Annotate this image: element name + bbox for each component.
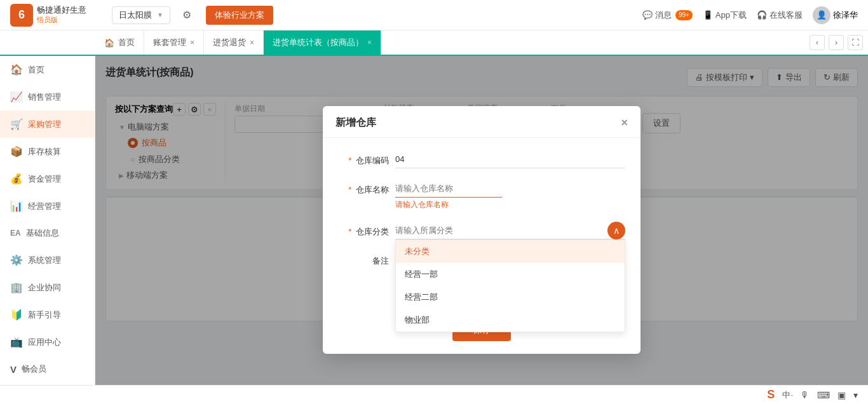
dropdown-item-ops2[interactable]: 经营二部 [396, 286, 625, 309]
sidebar-item-app-center[interactable]: 📺 应用中心 [0, 328, 95, 356]
top-header: 6 畅捷通好生意 悟员版 日太阳膜 ▼ ⚙ 体验行业方案 💬 消息 99+ 📱 … [0, 0, 868, 30]
tab-prev-button[interactable]: ‹ [810, 35, 825, 50]
tab-purchase-return[interactable]: 进货退货 × [204, 30, 264, 55]
tab-controls: ‹ › ⛶ [804, 30, 868, 55]
operations-icon: 📊 [10, 200, 23, 212]
add-warehouse-modal: 新增仓库 × * 仓库编码 [323, 106, 641, 354]
tab-close-purchase-stats[interactable]: × [367, 38, 372, 47]
sidebar-item-operations[interactable]: 📊 经营管理 [0, 192, 95, 220]
purchase-icon: 🛒 [10, 118, 23, 130]
sidebar-item-home[interactable]: 🏠 首页 [0, 56, 95, 83]
main-layout: 🏠 首页 📈 销售管理 🛒 采购管理 📦 库存核算 💰 资金管理 📊 经营管理 … [0, 56, 868, 404]
chevron-up-icon: ∧ [613, 226, 620, 236]
category-toggle-button[interactable]: ∧ [607, 222, 625, 239]
name-label: * 仓库名称 [338, 180, 389, 196]
form-row-category: * 仓库分类 ∧ 未分类 经营一部 经营二 [338, 222, 625, 239]
sidebar-item-sales[interactable]: 📈 销售管理 [0, 83, 95, 111]
online-service-button[interactable]: 🎧 在线客服 [757, 10, 803, 21]
category-select-wrapper: ∧ 未分类 经营一部 经营二部 物业部 [395, 222, 625, 239]
mobile-icon: 📱 [703, 10, 713, 20]
app-logo-icon: 6 [10, 4, 33, 27]
system-icon: ⚙️ [10, 254, 23, 266]
company-selector[interactable]: 日太阳膜 ▼ [112, 6, 170, 24]
code-label: * 仓库编码 [338, 151, 389, 166]
messages-button[interactable]: 💬 消息 99+ [642, 10, 693, 21]
user-menu[interactable]: 👤 徐泽华 [813, 6, 858, 24]
status-screen-icon[interactable]: ▣ [837, 390, 846, 400]
sidebar-item-purchase[interactable]: 🛒 采购管理 [0, 111, 95, 138]
name-input[interactable] [395, 180, 502, 198]
status-bar: S 中· 🎙 ⌨ ▣ ▾ [0, 385, 868, 404]
sidebar-item-inventory[interactable]: 📦 库存核算 [0, 138, 95, 165]
status-more-icon[interactable]: ▾ [853, 390, 858, 400]
tab-home[interactable]: 🏠 首页 [95, 30, 144, 55]
app-center-icon: 📺 [10, 336, 23, 348]
modal-close-button[interactable]: × [621, 116, 628, 130]
remark-label: 备注 [338, 251, 389, 267]
sales-icon: 📈 [10, 91, 23, 103]
tab-purchase-stats[interactable]: 进货单统计表（按商品） × [264, 30, 381, 55]
headset-icon: 🎧 [757, 10, 767, 20]
basic-info-icon: EA [10, 229, 21, 238]
form-row-name: * 仓库名称 请输入仓库名称 [338, 180, 625, 210]
app-download-button[interactable]: 📱 App下载 [703, 10, 747, 21]
user-avatar: 👤 [813, 6, 831, 24]
modal-header: 新增仓库 × [323, 106, 641, 138]
category-label: * 仓库分类 [338, 222, 389, 238]
modal-body: * 仓库编码 * 仓库名称 [323, 138, 641, 313]
content-area: 进货单统计(按商品) 🖨 按模板打印 ▾ ⬆ 导出 ↻ 刷新 [95, 56, 868, 404]
status-mic-icon[interactable]: 🎙 [801, 390, 810, 400]
guide-icon: 🔰 [10, 309, 23, 321]
selector-arrow-icon: ▼ [157, 11, 163, 18]
category-input[interactable] [395, 222, 625, 239]
tab-expand-button[interactable]: ⛶ [848, 35, 863, 50]
app-name: 畅捷通好生意 [37, 5, 86, 16]
form-row-code: * 仓库编码 [338, 151, 625, 168]
status-keyboard-icon[interactable]: ⌨ [817, 390, 830, 400]
settings-icon[interactable]: ⚙ [177, 5, 197, 25]
app-edition: 悟员版 [37, 15, 86, 25]
member-icon: V [10, 364, 17, 375]
tab-close-purchase-return[interactable]: × [250, 38, 254, 47]
finance-icon: 💰 [10, 173, 23, 185]
tab-bar: 🏠 首页 账套管理 × 进货退货 × 进货单统计表（按商品） × ‹ › ⛶ [0, 30, 868, 56]
tab-next-button[interactable]: › [829, 35, 844, 50]
sidebar-item-member[interactable]: V 畅会员 [0, 356, 95, 382]
header-right: 💬 消息 99+ 📱 App下载 🎧 在线客服 👤 徐泽华 [642, 6, 858, 24]
tab-close-accounts[interactable]: × [190, 38, 194, 47]
sidebar-item-finance[interactable]: 💰 资金管理 [0, 165, 95, 192]
tab-accounts[interactable]: 账套管理 × [144, 30, 204, 55]
inventory-icon: 📦 [10, 145, 23, 158]
status-logo: S [767, 388, 775, 401]
sidebar-item-enterprise[interactable]: 🏢 企业协同 [0, 274, 95, 301]
message-icon: 💬 [642, 10, 653, 20]
try-industry-button[interactable]: 体验行业方案 [206, 6, 273, 25]
modal-title: 新增仓库 [336, 116, 376, 130]
home-icon: 🏠 [104, 38, 114, 48]
code-input[interactable] [395, 151, 625, 168]
status-lang: 中· [782, 389, 793, 401]
dropdown-item-property[interactable]: 物业部 [396, 309, 625, 332]
messages-badge: 99+ [675, 10, 693, 20]
sidebar-item-system[interactable]: ⚙️ 系统管理 [0, 246, 95, 274]
sidebar-item-guide[interactable]: 🔰 新手引导 [0, 301, 95, 328]
modal-overlay: 新增仓库 × * 仓库编码 [95, 56, 868, 404]
dropdown-item-ops1[interactable]: 经营一部 [396, 263, 625, 286]
enterprise-icon: 🏢 [10, 281, 23, 293]
sidebar-item-basic-info[interactable]: EA 基础信息 [0, 220, 95, 246]
name-error-tip: 请输入仓库名称 [395, 199, 502, 210]
sidebar: 🏠 首页 📈 销售管理 🛒 采购管理 📦 库存核算 💰 资金管理 📊 经营管理 … [0, 56, 95, 404]
dropdown-item-uncategorized[interactable]: 未分类 [396, 240, 625, 263]
category-dropdown: 未分类 经营一部 经营二部 物业部 [395, 239, 625, 332]
home-sidebar-icon: 🏠 [10, 64, 23, 76]
logo-area: 6 畅捷通好生意 悟员版 [10, 4, 105, 27]
